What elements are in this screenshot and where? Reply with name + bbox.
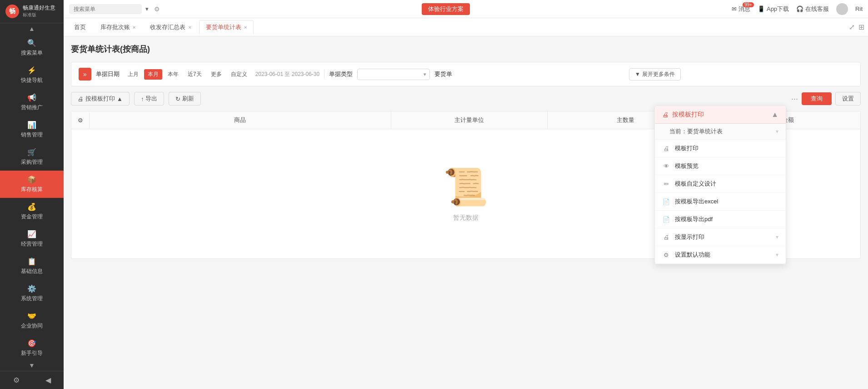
sidebar: 畅 畅康通好生意 标准版 ▲ 🔍 搜索菜单 ⚡ 快捷导航 📢 营销推广 📊 销售… xyxy=(0,0,64,389)
purchase-icon: 🛒 xyxy=(27,148,36,157)
system-icon: ⚙️ xyxy=(27,284,36,293)
flash-icon: ⚡ xyxy=(27,66,36,75)
excel-icon: 📄 xyxy=(662,197,670,206)
settings-btn[interactable]: 设置 xyxy=(835,92,861,106)
current-template-label: 当前：要货单统计表 xyxy=(669,127,723,136)
username-display[interactable]: Rit xyxy=(855,5,863,12)
tab-order-stats[interactable]: 要货单统计表 × xyxy=(199,20,254,34)
template-print-item[interactable]: 🖨 模板打印 xyxy=(655,140,786,157)
print-dropdown-close-btn[interactable]: ▲ xyxy=(771,111,778,119)
user-avatar[interactable] xyxy=(836,3,848,15)
tab-label: 库存批次账 xyxy=(100,23,130,31)
print-title-icon: 🖨 xyxy=(662,111,668,118)
online-service-btn[interactable]: 🎧 在线客服 xyxy=(796,5,829,13)
order-type-select-wrapper xyxy=(357,69,430,80)
sidebar-item-purchase[interactable]: 🛒 采购管理 xyxy=(0,143,64,171)
print-dropdown-arrow: ▲ xyxy=(117,96,123,102)
filter-expand-btn[interactable]: » xyxy=(79,68,91,81)
sidebar-item-finance[interactable]: 💰 资金管理 xyxy=(0,198,64,225)
expand-more-btn[interactable]: ▼ 展开更多条件 xyxy=(629,68,681,81)
sidebar-item-marketing[interactable]: 📢 营销推广 xyxy=(0,89,64,116)
tab-collection-summary[interactable]: 收发存汇总表 × xyxy=(143,20,198,34)
page-content: 要货单统计表(按商品) » 单据日期 上月 本月 本年 近7天 更多 自定义 2… xyxy=(64,36,868,389)
collapse-icon[interactable]: ◀ xyxy=(45,376,51,384)
custom-date-btn[interactable]: 自定义 xyxy=(227,69,251,80)
search-dropdown-btn[interactable]: ▾ xyxy=(145,5,149,12)
sidebar-item-label: 采购管理 xyxy=(21,158,43,166)
sales-icon: 📊 xyxy=(27,121,36,129)
current-year-btn[interactable]: 本年 xyxy=(164,69,182,80)
tab-close-inventory-batch[interactable]: × xyxy=(133,25,135,30)
page-title: 要货单统计表(按商品) xyxy=(71,44,861,55)
template-export-pdf-item[interactable]: 📄 按模板导出pdf xyxy=(655,211,786,228)
template-preview-item[interactable]: 👁 模板预览 xyxy=(655,157,786,175)
tab-label: 要货单统计表 xyxy=(206,23,241,31)
action-bar: 🖨 按模板打印 ▲ ↑ 导出 ↻ 刷新 ··· 查询 设置 xyxy=(71,92,861,106)
print-dropdown-title: 🖨 按模板打印 xyxy=(662,111,704,119)
print-btn[interactable]: 🖨 按模板打印 ▲ xyxy=(71,92,130,106)
query-btn[interactable]: 查询 xyxy=(802,92,832,105)
tabs-bar: 首页 库存批次账 × 收发存汇总表 × 要货单统计表 × ⤢ ⊞ xyxy=(64,18,868,36)
sidebar-scroll-up[interactable]: ▲ xyxy=(0,23,64,34)
th-settings[interactable]: ⚙ xyxy=(71,112,90,128)
template-custom-item[interactable]: ✏ 模板自定义设计 xyxy=(655,175,786,193)
app-logo: 畅 畅康通好生意 标准版 xyxy=(0,0,64,23)
tab-maximize-btn[interactable]: ⤢ xyxy=(849,23,855,31)
date-buttons: 上月 本月 本年 近7天 更多 自定义 xyxy=(124,69,251,80)
sidebar-item-operations[interactable]: 📈 经营管理 xyxy=(0,225,64,253)
date-range-display: 2023-06-01 至 2023-06-30 xyxy=(255,71,319,78)
refresh-btn[interactable]: ↻ 刷新 xyxy=(169,92,201,106)
action-bar-right: ··· 查询 设置 xyxy=(791,92,861,106)
mobile-icon: 📱 xyxy=(758,5,765,12)
app-badge: 标准版 xyxy=(23,12,55,18)
export-btn[interactable]: ↑ 导出 xyxy=(134,92,165,106)
sidebar-item-quick-nav[interactable]: ⚡ 快捷导航 xyxy=(0,61,64,89)
order-type-select[interactable] xyxy=(357,69,430,80)
tab-grid-btn[interactable]: ⊞ xyxy=(858,23,864,31)
template-preview-icon: 👁 xyxy=(662,162,670,170)
sidebar-item-search[interactable]: 🔍 搜索菜单 xyxy=(0,34,64,61)
sidebar-scroll-down[interactable]: ▼ xyxy=(0,360,64,371)
tab-close-collection-summary[interactable]: × xyxy=(188,25,191,30)
display-print-chevron: ▾ xyxy=(776,234,778,240)
display-print-item[interactable]: 🖨 按显示打印 ▾ xyxy=(655,228,786,246)
app-download-btn[interactable]: 📱 App下载 xyxy=(758,5,789,13)
search-input[interactable] xyxy=(69,4,142,14)
messages-btn[interactable]: ✉ 消息 99+ xyxy=(732,5,750,13)
tab-inventory-batch[interactable]: 库存批次账 × xyxy=(94,20,142,34)
template-export-excel-item[interactable]: 📄 按模板导出excel xyxy=(655,193,786,211)
sidebar-item-sales[interactable]: 📊 销售管理 xyxy=(0,116,64,143)
sidebar-item-label: 企业协同 xyxy=(21,322,43,330)
sidebar-item-label: 资金管理 xyxy=(21,213,43,221)
filter-bar: » 单据日期 上月 本月 本年 近7天 更多 自定义 2023-06-01 至 … xyxy=(71,62,861,86)
sidebar-item-system[interactable]: ⚙️ 系统管理 xyxy=(0,280,64,307)
settings-bottom-icon[interactable]: ⚙ xyxy=(13,376,20,384)
gear-icon[interactable]: ⚙ xyxy=(154,5,160,13)
guide-icon: 🎯 xyxy=(27,339,36,348)
sidebar-item-inventory[interactable]: 📦 库存核算 xyxy=(0,171,64,198)
tab-close-order-stats[interactable]: × xyxy=(244,25,247,30)
more-dates-btn[interactable]: 更多 xyxy=(207,69,225,80)
print-dropdown-panel: 🖨 按模板打印 ▲ 当前：要货单统计表 ▾ 🖨 模板打印 👁 模板预览 xyxy=(654,106,786,264)
sidebar-item-label: 搜索菜单 xyxy=(21,49,43,57)
current-template-item[interactable]: 当前：要货单统计表 ▾ xyxy=(655,124,786,140)
trial-btn[interactable]: 体验行业方案 xyxy=(422,3,470,15)
sidebar-bottom: ⚙ ◀ xyxy=(0,371,64,389)
export-icon: ↑ xyxy=(141,96,144,102)
current-month-btn[interactable]: 本月 xyxy=(144,69,162,80)
sidebar-item-label: 营销推广 xyxy=(21,104,43,111)
search-icon: 🔍 xyxy=(27,39,36,47)
sidebar-item-enterprise[interactable]: 🤝 企业协同 xyxy=(0,307,64,334)
chevron-right-icon: ▾ xyxy=(776,128,778,135)
more-options-btn[interactable]: ··· xyxy=(791,94,798,104)
sidebar-item-guide[interactable]: 🎯 新手引导 xyxy=(0,334,64,360)
printer-icon: 🖨 xyxy=(78,96,84,102)
prev-month-btn[interactable]: 上月 xyxy=(124,69,142,80)
sidebar-nav: 🔍 搜索菜单 ⚡ 快捷导航 📢 营销推广 📊 销售管理 🛒 采购管理 📦 库存核… xyxy=(0,34,64,360)
empty-illustration: 📜 xyxy=(443,166,489,208)
sidebar-item-basic[interactable]: 📋 基础信息 xyxy=(0,253,64,280)
last-7-days-btn[interactable]: 近7天 xyxy=(184,69,205,80)
tab-home[interactable]: 首页 xyxy=(67,20,93,34)
main-content: ▾ ⚙ 体验行业方案 ✉ 消息 99+ 📱 App下载 🎧 在线客服 Rit xyxy=(64,0,868,389)
default-function-item[interactable]: ⚙ 设置默认功能 ▾ xyxy=(655,246,786,264)
